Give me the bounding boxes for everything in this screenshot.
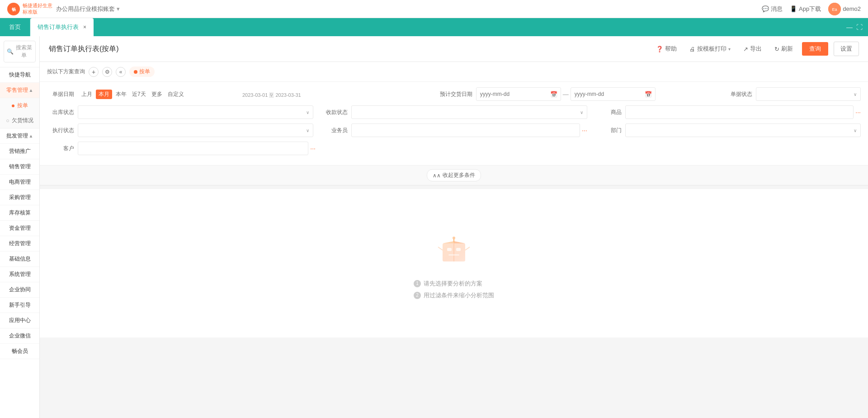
collapse-icon: ∧∧ bbox=[433, 172, 441, 179]
salesman-ellipsis-button[interactable]: ··· bbox=[582, 127, 587, 134]
date-shortcut-custom[interactable]: 自定义 bbox=[166, 90, 186, 99]
product-input[interactable] bbox=[625, 105, 854, 119]
receipt-status-arrow-icon: ∨ bbox=[580, 110, 583, 115]
user-avatar-button[interactable]: Ea demo2 bbox=[828, 3, 861, 15]
sidebar-item-enterprise[interactable]: 企业协同 bbox=[0, 282, 39, 298]
svg-point-12 bbox=[453, 237, 455, 239]
date-range-display: 2023-03-01 至 2023-03-31 bbox=[242, 92, 301, 99]
sidebar-item-operation[interactable]: 经营管理 bbox=[0, 236, 39, 252]
refresh-icon: ↻ bbox=[774, 46, 779, 52]
filter-item-expected-delivery: 预计交货日期 📅 — 📅 bbox=[436, 87, 590, 101]
message-button[interactable]: 💬 消息 bbox=[762, 5, 783, 13]
empty-tips-list: 1 请先选择要分析的方案 2 用过滤条件来缩小分析范围 bbox=[414, 278, 494, 301]
top-header: 畅 畅捷通好生意 标准版 办公用品行业模拟账套 ▾ 💬 消息 📱 App下载 bbox=[0, 0, 868, 18]
date-shortcut-lastmonth[interactable]: 上月 bbox=[80, 90, 94, 99]
svg-line-13 bbox=[438, 247, 443, 250]
export-button[interactable]: ↗ 导出 bbox=[740, 43, 765, 55]
tab-home[interactable]: 首页 bbox=[0, 18, 30, 36]
scheme-collapse-button[interactable]: « bbox=[116, 67, 126, 77]
sidebar-item-purchase[interactable]: 采购管理 bbox=[0, 190, 39, 205]
tab-close-button[interactable]: × bbox=[83, 24, 86, 30]
sidebar-item-system[interactable]: 系统管理 bbox=[0, 267, 39, 282]
filter-row-4: 客户 ··· bbox=[47, 142, 316, 155]
scheme-add-button[interactable]: + bbox=[89, 67, 99, 77]
sidebar-item-member[interactable]: 畅会员 bbox=[0, 344, 39, 359]
app-download-button[interactable]: 📱 App下载 bbox=[790, 5, 821, 13]
scheme-dot-icon bbox=[134, 70, 137, 74]
svg-marker-5 bbox=[443, 241, 454, 243]
scheme-settings-button[interactable]: ⚙ bbox=[102, 67, 112, 77]
avatar: Ea bbox=[828, 3, 841, 15]
dept-select[interactable]: ∨ bbox=[625, 124, 861, 137]
dept-label: 部门 bbox=[594, 127, 622, 134]
receipt-status-select[interactable]: ∨ bbox=[351, 105, 587, 119]
collapse-button[interactable]: ∧∧ 收起更多条件 bbox=[427, 169, 481, 181]
filter-item-date: 单据日期 上月 本月 本年 近7天 更多 自定义 bbox=[47, 90, 237, 99]
status-select-arrow-icon: ∨ bbox=[854, 92, 857, 97]
product-ellipsis-button[interactable]: ··· bbox=[855, 109, 861, 116]
header-title-arrow[interactable]: ▾ bbox=[117, 5, 120, 12]
date-shortcut-thisyear[interactable]: 本年 bbox=[114, 90, 128, 99]
customer-label: 客户 bbox=[47, 145, 74, 152]
sidebar-item-retail[interactable]: 零售管理 ▲ bbox=[0, 83, 39, 98]
expected-date-from-input[interactable] bbox=[476, 87, 561, 101]
tab-active[interactable]: 销售订单执行表 × bbox=[30, 18, 94, 36]
svg-text:Ea: Ea bbox=[832, 7, 837, 12]
sidebar-subitem-arrears[interactable]: 欠货情况 bbox=[0, 113, 39, 128]
tab-bar: 首页 销售订单执行表 × — ⛶ bbox=[0, 18, 868, 36]
tab-maximize-icon[interactable]: ⛶ bbox=[856, 24, 863, 31]
sidebar-search-button[interactable]: 🔍 搜索菜单 bbox=[4, 41, 36, 62]
sidebar-item-inventory[interactable]: 库存核算 bbox=[0, 205, 39, 221]
sidebar-item-appcenter[interactable]: 应用中心 bbox=[0, 313, 39, 328]
sidebar-item-wechat[interactable]: 企业微信 bbox=[0, 328, 39, 344]
sidebar-subitem-anorder[interactable]: 按单 bbox=[0, 98, 39, 113]
header-left: 畅 畅捷通好生意 标准版 办公用品行业模拟账套 ▾ bbox=[7, 3, 120, 15]
customer-input[interactable] bbox=[78, 142, 308, 155]
sidebar-item-ecommerce[interactable]: 电商管理 bbox=[0, 175, 39, 190]
expected-delivery-label: 预计交货日期 bbox=[436, 90, 472, 98]
sidebar-item-quick-nav[interactable]: 快捷导航 bbox=[0, 67, 39, 83]
tab-bar-right: — ⛶ bbox=[846, 24, 868, 31]
refresh-button[interactable]: ↻ 刷新 bbox=[771, 43, 797, 55]
receipt-status-label: 收款状态 bbox=[321, 109, 348, 116]
filter-rows: 单据日期 上月 本月 本年 近7天 更多 自定义 2023-03-01 至 20… bbox=[40, 82, 868, 165]
tab-active-label: 销售订单执行表 bbox=[38, 23, 79, 31]
tab-minimize-icon[interactable]: — bbox=[846, 24, 853, 31]
page-actions: ❓ 帮助 🖨 按模板打印 ▾ ↗ 导出 ↻ 刷新 查询 设置 bbox=[652, 42, 859, 56]
out-status-select[interactable]: ∨ bbox=[78, 105, 313, 119]
filter-item-exec-status: 执行状态 ∨ bbox=[47, 124, 313, 137]
filter-item-customer: 客户 ··· bbox=[47, 142, 316, 155]
settings-button[interactable]: 设置 bbox=[834, 42, 859, 56]
sidebar-item-sales[interactable]: 销售管理 bbox=[0, 159, 39, 175]
svg-rect-10 bbox=[448, 254, 459, 256]
help-button[interactable]: ❓ 帮助 bbox=[652, 43, 680, 55]
sidebar-item-newuser[interactable]: 新手引导 bbox=[0, 298, 39, 313]
salesman-input[interactable] bbox=[351, 124, 580, 137]
date-shortcut-more[interactable]: 更多 bbox=[150, 90, 164, 99]
print-button[interactable]: 🖨 按模板打印 ▾ bbox=[686, 43, 734, 55]
exec-status-select[interactable]: ∨ bbox=[78, 124, 313, 137]
svg-rect-9 bbox=[456, 248, 461, 251]
scheme-item-anorder[interactable]: 按单 bbox=[129, 66, 155, 77]
filter-item-product: 商品 ··· bbox=[594, 105, 861, 119]
empty-illustration bbox=[431, 225, 476, 271]
page-header: 销售订单执行表(按单) ❓ 帮助 🖨 按模板打印 ▾ ↗ 导出 ↻ 刷新 bbox=[40, 36, 868, 62]
expected-date-to-input[interactable] bbox=[571, 87, 656, 101]
status-select[interactable]: ∨ bbox=[756, 87, 861, 101]
sidebar-item-finance[interactable]: 资金管理 bbox=[0, 221, 39, 236]
sidebar-item-basic[interactable]: 基础信息 bbox=[0, 252, 39, 267]
message-icon: 💬 bbox=[762, 5, 769, 12]
date-shortcut-thismonth[interactable]: 本月 bbox=[96, 90, 112, 99]
sidebar-item-wholesale[interactable]: 批发管理 ▲ bbox=[0, 128, 39, 144]
sidebar-item-marketing[interactable]: 营销推广 bbox=[0, 144, 39, 159]
date-shortcut-7days[interactable]: 近7天 bbox=[130, 90, 148, 99]
expected-date-to-wrap: 📅 bbox=[571, 87, 656, 101]
filter-item-order-status: 单据状态 ∨ bbox=[725, 87, 861, 101]
dept-arrow-icon: ∨ bbox=[854, 128, 857, 133]
customer-ellipsis-button[interactable]: ··· bbox=[310, 145, 316, 152]
help-icon: ❓ bbox=[656, 46, 663, 52]
collapse-bar: ∧∧ 收起更多条件 bbox=[40, 165, 868, 185]
search-button[interactable]: 查询 bbox=[802, 42, 828, 56]
wholesale-arrow-icon: ▲ bbox=[29, 133, 33, 138]
filter-item-dept: 部门 ∨ bbox=[594, 124, 861, 137]
